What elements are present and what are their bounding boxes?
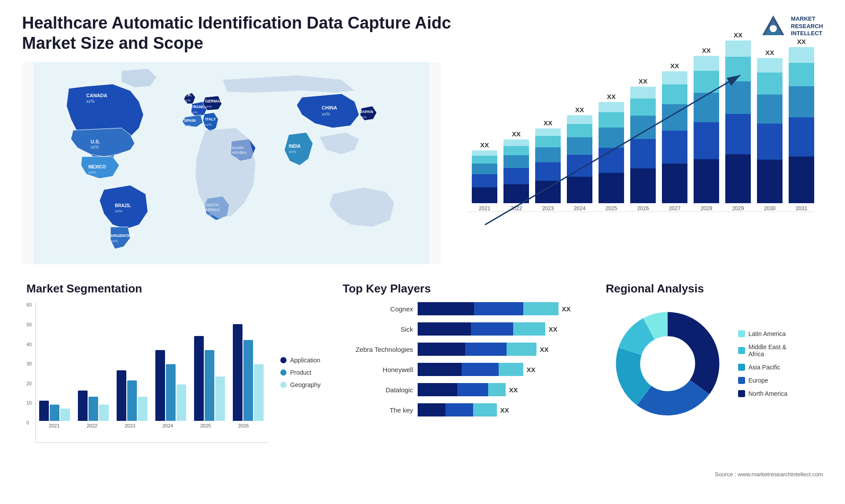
legend-color-north-america	[738, 390, 745, 397]
players-section: Top Key Players Cognex XX Sick	[338, 278, 588, 467]
seg-bar-geo	[176, 384, 186, 421]
title-block: Healthcare Automatic Identification Data…	[22, 13, 451, 53]
bar-year-2024: 2024	[574, 205, 586, 212]
donut-legend: Latin America Middle East &Africa Asia P…	[738, 330, 788, 397]
svg-text:CHINA: CHINA	[322, 105, 337, 110]
seg-bar-app	[117, 370, 126, 421]
seg-bar-geo	[215, 376, 225, 421]
seg-xlabel-2024: 2024	[153, 423, 183, 428]
player-val-honeywell: XX	[527, 366, 536, 373]
seg-group-2026	[233, 307, 264, 421]
bottom-section: Market Segmentation 60 50 40 30 20 10 0	[22, 278, 823, 467]
svg-text:U.K.: U.K.	[184, 93, 192, 97]
legend-north-america: North America	[738, 390, 788, 397]
bar-year-2027: 2027	[669, 205, 681, 212]
player-bar-datalogic	[418, 383, 506, 396]
legend-europe: Europe	[738, 377, 788, 384]
seg-bar-prod	[243, 340, 253, 421]
svg-text:xx%: xx%	[360, 115, 367, 119]
legend-label-asia-pacific: Asia Pacific	[749, 364, 780, 371]
legend-application: Application	[280, 357, 320, 364]
player-bar-thekey	[418, 403, 497, 416]
seg-bar-prod	[205, 350, 214, 421]
regional-section: Regional Analysis	[602, 278, 823, 467]
bar-year-2023: 2023	[542, 205, 554, 212]
seg-bar-prod	[166, 364, 176, 421]
player-bar-wrap-honeywell: XX	[418, 363, 536, 376]
bar-label-2027: XX	[670, 62, 679, 69]
svg-text:xx%: xx%	[110, 239, 118, 243]
seg-bar-geo	[138, 397, 147, 421]
segmentation-section: Market Segmentation 60 50 40 30 20 10 0	[22, 278, 325, 467]
player-bar-honeywell	[418, 363, 523, 376]
bar-year-2025: 2025	[606, 205, 617, 212]
player-row-sick: Sick XX	[343, 322, 584, 336]
player-name-cognex: Cognex	[343, 305, 413, 313]
svg-text:xx%: xx%	[184, 99, 191, 102]
player-val-cognex: XX	[562, 305, 571, 313]
top-section: CANADA xx% U.S. xx% MEXICO xx% BRAZIL xx…	[22, 62, 823, 264]
seg-xlabel-2026: 2026	[228, 423, 258, 428]
svg-text:CANADA: CANADA	[86, 93, 107, 98]
player-bar-wrap-sick: XX	[418, 322, 558, 336]
bar-label-2025: XX	[607, 93, 616, 100]
svg-text:xx%: xx%	[205, 123, 212, 127]
bar-chart-container: XX 2021 XX	[454, 62, 823, 264]
seg-y-axis: 60 50 40 30 20 10 0	[26, 302, 32, 425]
player-val-sick: XX	[549, 325, 558, 333]
page-title: Healthcare Automatic Identification Data…	[22, 13, 451, 53]
player-row-cognex: Cognex XX	[343, 302, 584, 315]
svg-text:xx%: xx%	[322, 112, 330, 117]
bar-year-2030: 2030	[764, 205, 776, 212]
legend-color-latin-america	[738, 330, 745, 337]
map-svg: CANADA xx% U.S. xx% MEXICO xx% BRAZIL xx…	[22, 62, 441, 264]
bar-label-2029: XX	[734, 31, 742, 39]
seg-xlabel-2023: 2023	[115, 423, 145, 428]
svg-text:JAPAN: JAPAN	[360, 110, 373, 114]
player-name-sick: Sick	[343, 325, 413, 333]
player-row-thekey: The key XX	[343, 403, 584, 416]
seg-chart-area: 60 50 40 30 20 10 0	[26, 302, 321, 443]
svg-text:xx%: xx%	[86, 99, 95, 104]
seg-bar-app	[39, 401, 49, 421]
legend-dot-product	[280, 369, 287, 376]
bar-label-2030: XX	[765, 49, 774, 56]
svg-text:xx%: xx%	[115, 209, 122, 213]
legend-color-asia-pacific	[738, 364, 745, 371]
legend-label-application: Application	[290, 357, 320, 364]
seg-bar-prod	[88, 397, 98, 421]
player-name-thekey: The key	[343, 406, 413, 414]
bar-year-2022: 2022	[511, 205, 522, 212]
bar-label-2023: XX	[544, 119, 552, 127]
svg-text:ITALY: ITALY	[205, 117, 216, 121]
player-val-thekey: XX	[500, 406, 509, 414]
player-name-datalogic: Datalogic	[343, 386, 413, 394]
legend-asia-pacific: Asia Pacific	[738, 364, 788, 371]
player-name-zebra: Zebra Technologies	[343, 346, 413, 353]
player-val-datalogic: XX	[509, 386, 518, 394]
bar-label-2028: XX	[702, 47, 711, 54]
legend-dot-application	[280, 357, 287, 363]
svg-point-43	[640, 336, 695, 391]
legend-geography: Geography	[280, 381, 320, 388]
donut-chart-area: Latin America Middle East &Africa Asia P…	[606, 302, 819, 425]
legend-color-mea	[738, 347, 745, 354]
seg-group-2022	[78, 307, 109, 421]
regional-title: Regional Analysis	[606, 282, 819, 296]
legend-color-europe	[738, 377, 745, 384]
svg-text:U.S.: U.S.	[91, 139, 100, 144]
player-bar-wrap-zebra: XX	[418, 343, 549, 356]
player-val-zebra: XX	[540, 346, 549, 353]
svg-text:SPAIN: SPAIN	[184, 118, 196, 123]
page-container: Healthcare Automatic Identification Data…	[0, 0, 845, 504]
bar-label-2024: XX	[575, 106, 584, 113]
bar-year-2029: 2029	[732, 205, 744, 212]
seg-bar-prod	[127, 380, 137, 421]
seg-bar-geo	[254, 364, 264, 421]
player-row-honeywell: Honeywell XX	[343, 363, 584, 376]
player-bar-cognex	[418, 302, 558, 315]
player-bar-wrap-cognex: XX	[418, 302, 571, 315]
player-bar-wrap-thekey: XX	[418, 403, 509, 416]
seg-group-2023	[117, 307, 147, 421]
seg-bar-prod	[50, 405, 59, 421]
